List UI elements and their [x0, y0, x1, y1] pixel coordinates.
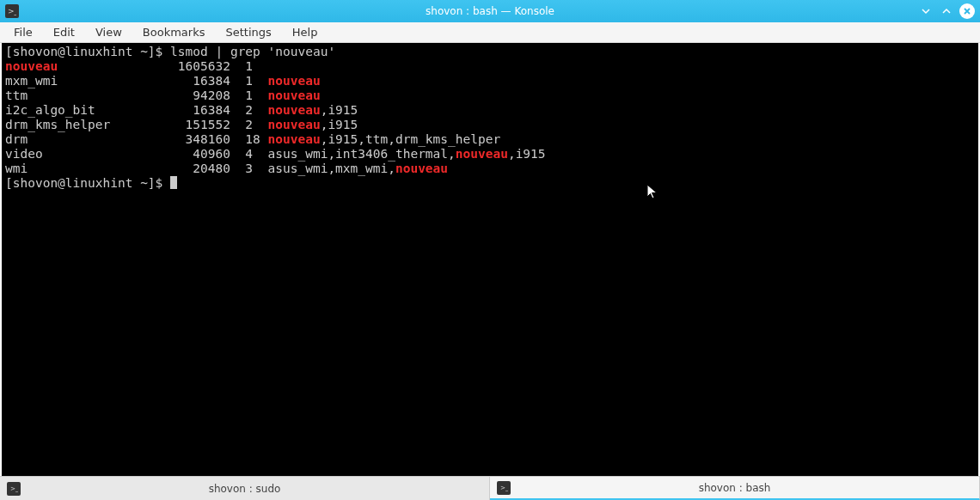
lsmod-row: wmi 20480 3 asus_wmi,mxm_wmi,nouveau [5, 162, 448, 175]
konsole-window: >_ shovon : bash — Konsole File Edit Vie… [0, 0, 980, 500]
lsmod-row: i2c_algo_bit 16384 2 nouveau,i915 [5, 103, 358, 117]
window-title: shovon : bash — Konsole [426, 5, 554, 17]
menu-bookmarks[interactable]: Bookmarks [132, 23, 216, 41]
lsmod-row: ttm 94208 1 nouveau [5, 88, 321, 102]
svg-text:>_: >_ [500, 484, 508, 491]
menu-edit[interactable]: Edit [43, 23, 85, 41]
svg-text:>_: >_ [10, 485, 18, 492]
tab-bash[interactable]: >_ shovon : bash [490, 477, 980, 500]
lsmod-row: drm 348160 18 nouveau,i915,ttm,drm_kms_h… [5, 132, 500, 146]
maximize-button[interactable] [939, 3, 954, 19]
terminal-icon: >_ [7, 482, 21, 496]
minimize-button[interactable] [918, 3, 934, 19]
terminal-cursor [170, 176, 177, 189]
menu-settings[interactable]: Settings [215, 23, 281, 41]
menu-file[interactable]: File [3, 23, 43, 41]
tab-label: shovon : bash [699, 482, 771, 494]
menu-help[interactable]: Help [282, 23, 328, 41]
terminal-area[interactable]: [shovon@linuxhint ~]$ lsmod | grep 'nouv… [2, 43, 978, 476]
close-button[interactable] [959, 3, 975, 19]
tab-sudo[interactable]: >_ shovon : sudo [0, 477, 490, 500]
svg-text:>_: >_ [8, 7, 16, 15]
lsmod-row: video 40960 4 asus_wmi,int3406_thermal,n… [5, 147, 546, 161]
window-controls [918, 3, 975, 19]
command-text: lsmod | grep 'nouveau' [170, 45, 335, 58]
prompt: [shovon@linuxhint ~]$ [5, 176, 170, 190]
tabbar: >_ shovon : sudo >_ shovon : bash [0, 476, 980, 500]
app-icon: >_ [5, 4, 19, 18]
titlebar[interactable]: >_ shovon : bash — Konsole [0, 0, 980, 22]
lsmod-row: drm_kms_helper 151552 2 nouveau,i915 [5, 118, 358, 131]
lsmod-row: nouveau 1605632 1 [5, 59, 268, 73]
lsmod-row: mxm_wmi 16384 1 nouveau [5, 74, 321, 88]
tab-label: shovon : sudo [209, 483, 281, 495]
menubar: File Edit View Bookmarks Settings Help [0, 22, 980, 43]
prompt: [shovon@linuxhint ~]$ [5, 45, 170, 58]
menu-view[interactable]: View [85, 23, 132, 41]
terminal-icon: >_ [497, 481, 511, 495]
